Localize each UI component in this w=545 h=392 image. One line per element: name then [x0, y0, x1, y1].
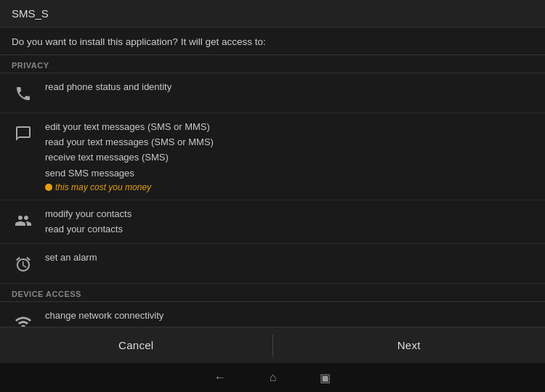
title-bar: SMS_S	[0, 0, 545, 28]
alarm-icon	[12, 253, 35, 276]
contacts-icon	[12, 209, 35, 232]
permission-group-wifi: change network connectivity connect and …	[0, 302, 545, 327]
home-nav-icon[interactable]: ⌂	[270, 371, 277, 384]
perm-modify-contacts: modify your contacts	[45, 208, 132, 221]
section-header-privacy: PRIVACY	[0, 55, 545, 73]
phone-permissions: read phone status and identity	[45, 81, 171, 94]
next-button[interactable]: Next	[273, 327, 546, 363]
perm-send-sms: send SMS messages	[45, 167, 214, 180]
alarm-permissions: set an alarm	[45, 251, 97, 264]
back-nav-icon[interactable]: ←	[214, 371, 226, 384]
main-question: Do you want to install this application?…	[0, 28, 545, 55]
nav-bar: ← ⌂ ▣	[0, 363, 545, 392]
cost-warning: this may cost you money	[45, 182, 214, 192]
phone-icon	[12, 82, 35, 105]
sms-icon	[12, 122, 35, 145]
permission-group-sms: edit your text messages (SMS or MMS) rea…	[0, 113, 545, 200]
sms-permissions: edit your text messages (SMS or MMS) rea…	[45, 121, 214, 192]
app-title: SMS_S	[12, 7, 49, 20]
cancel-button[interactable]: Cancel	[0, 327, 272, 363]
button-bar: Cancel Next	[0, 327, 545, 363]
perm-read-contacts: read your contacts	[45, 223, 132, 236]
wifi-permissions: change network connectivity connect and …	[45, 309, 190, 327]
perm-set-alarm: set an alarm	[45, 251, 97, 264]
section-header-device-access: DEVICE ACCESS	[0, 284, 545, 302]
perm-receive-sms: receive text messages (SMS)	[45, 151, 214, 164]
wifi-icon	[12, 311, 35, 327]
contacts-permissions: modify your contacts read your contacts	[45, 208, 132, 236]
perm-change-network: change network connectivity	[45, 309, 190, 322]
permission-group-alarm: set an alarm	[0, 244, 545, 284]
permissions-content[interactable]: PRIVACY read phone status and identity e…	[0, 55, 545, 327]
warning-dot-icon	[45, 184, 52, 191]
recent-nav-icon[interactable]: ▣	[320, 371, 331, 385]
permission-group-phone: read phone status and identity	[0, 73, 545, 113]
permission-group-contacts: modify your contacts read your contacts	[0, 200, 545, 244]
perm-edit-sms: edit your text messages (SMS or MMS)	[45, 121, 214, 134]
permission-text-phone: read phone status and identity	[45, 81, 171, 94]
perm-read-sms: read your text messages (SMS or MMS)	[45, 136, 214, 149]
